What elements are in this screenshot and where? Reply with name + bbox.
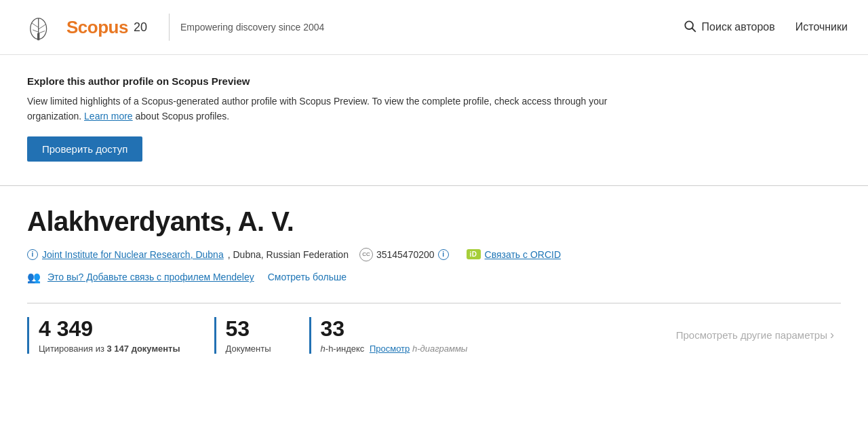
hindex-number: 33 (321, 317, 468, 341)
author-id-wrap: CC 35145470200 i (359, 248, 449, 261)
orcid-wrap[interactable]: iD Связать с ORCID (467, 249, 561, 260)
orcid-badge: iD (467, 249, 481, 259)
mendeley-icon: 👥 (27, 271, 41, 284)
search-icon (683, 19, 696, 35)
author-name: Alakhverdyants, A. V. (27, 206, 841, 237)
affiliation-link[interactable]: Joint Institute for Nuclear Research, Du… (42, 249, 224, 260)
banner-body-text2: about Scopus profiles. (136, 111, 230, 122)
logo-container: Scopus 20 (20, 7, 147, 48)
stats-bar: 4 349 Цитирования из 3 147 документы 53 … (27, 303, 841, 354)
svg-line-6 (33, 30, 39, 32)
elsevier-logo (20, 7, 61, 48)
other-params-wrap[interactable]: Просмотреть другие параметры › (676, 317, 841, 354)
citations-number: 4 349 (39, 317, 180, 341)
author-id-info-icon[interactable]: i (438, 249, 449, 260)
preview-banner: Explore this author profile on Scopus Pr… (0, 55, 868, 179)
learn-more-link[interactable]: Learn more (84, 111, 133, 122)
svg-line-7 (39, 31, 45, 33)
svg-rect-0 (22, 9, 59, 45)
banner-body: View limited highlights of a Scopus-gene… (27, 94, 617, 124)
svg-line-4 (32, 23, 39, 28)
author-meta-row: i Joint Institute for Nuclear Research, … (27, 248, 841, 261)
chevron-right-icon: › (830, 328, 834, 342)
svg-line-5 (39, 24, 45, 29)
mendeley-link[interactable]: Это вы? Добавьте связь с профилем Mendel… (47, 272, 254, 282)
scopus-logo-text: Scopus (66, 17, 128, 38)
documents-label: Документы (226, 344, 275, 354)
citations-stat: 4 349 Цитирования из 3 147 документы (27, 317, 201, 354)
header: Scopus 20 Empowering discovery since 200… (0, 0, 868, 55)
author-id-number: 35145470200 (376, 249, 435, 260)
documents-stat: 53 Документы (214, 317, 296, 354)
hindex-h-label: h (321, 344, 326, 354)
citations-label: Цитирования из 3 147 документы (39, 344, 180, 354)
search-authors-label: Поиск авторов (702, 21, 775, 33)
author-profile-section: Alakhverdyants, A. V. i Joint Institute … (0, 186, 868, 367)
check-access-button[interactable]: Проверить доступ (27, 136, 142, 162)
citations-docs: 3 147 документы (106, 344, 180, 354)
header-divider (169, 14, 170, 41)
hindex-stat: 33 h-h-индекс Просмотр h-диаграммы (309, 317, 488, 354)
view-more-link[interactable]: Смотреть больше (268, 272, 347, 282)
affiliation-info-icon[interactable]: i (27, 249, 38, 260)
scopus-version: 20 (134, 20, 147, 35)
hindex-view[interactable]: Просмотр h-диаграммы (370, 344, 467, 354)
other-params-label[interactable]: Просмотреть другие параметры (676, 329, 827, 341)
orcid-link[interactable]: Связать с ORCID (485, 249, 561, 260)
sources-nav-link[interactable]: Источники (795, 21, 848, 33)
banner-title: Explore this author profile on Scopus Pr… (27, 75, 841, 87)
documents-number: 53 (226, 317, 275, 341)
cc-icon: CC (359, 248, 373, 261)
mendeley-row: 👥 Это вы? Добавьте связь с профилем Mend… (27, 271, 841, 284)
hindex-label: h-h-индекс Просмотр h-диаграммы (321, 344, 468, 354)
svg-line-9 (692, 29, 695, 32)
header-tagline: Empowering discovery since 2004 (180, 22, 683, 33)
header-nav: Поиск авторов Источники (683, 19, 848, 35)
author-location: , Dubna, Russian Federation (228, 249, 349, 260)
search-authors-nav[interactable]: Поиск авторов (683, 19, 775, 35)
